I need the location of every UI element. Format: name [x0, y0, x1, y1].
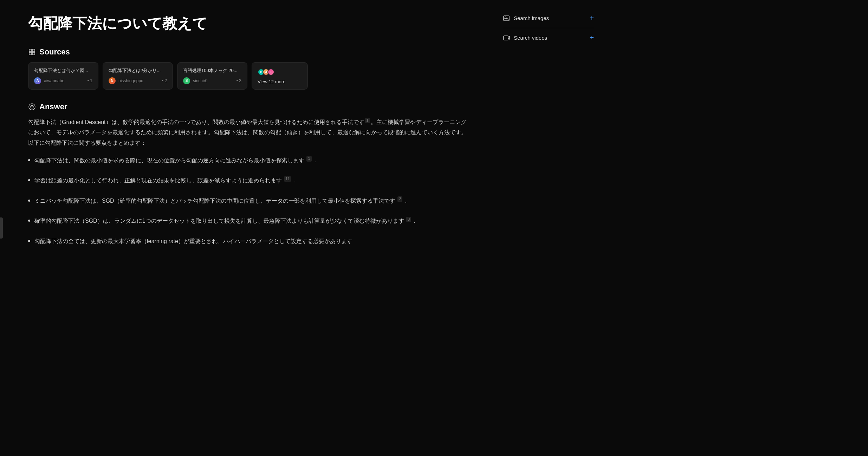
svg-rect-3 — [32, 52, 35, 55]
answer-icon — [28, 103, 36, 111]
bullet-dot-3 — [28, 200, 30, 202]
view-more-avatars: G J I — [258, 69, 302, 76]
source-card-1-meta: A aiwannabe • 1 — [34, 77, 92, 84]
bullet-text-1: 勾配降下法は、関数の最小値を求める際に、現在の位置から勾配の逆方向に進みながら最… — [34, 155, 318, 166]
answer-title: Answer — [39, 102, 67, 111]
citation-b1: 1 — [306, 156, 311, 161]
search-videos-action[interactable]: Search videos + — [503, 34, 594, 42]
svg-point-6 — [32, 106, 33, 107]
bullet-item-5: 勾配降下法の全ては、更新の最大本学習率（learning rate）が重要とされ… — [28, 236, 471, 247]
sources-cards: 勾配降下法とは何か？図... A aiwannabe • 1 勾配降下法とは?分… — [28, 62, 471, 90]
svg-rect-7 — [504, 16, 509, 21]
source-card-1-avatar: A — [34, 77, 41, 84]
search-images-left: Search images — [503, 14, 549, 22]
answer-section: Answer 勾配降下法（Gradient Descent）は、数学的最適化の手… — [28, 102, 471, 247]
bullet-text-3: ミニバッチ勾配降下法は、SGD（確率的勾配降下法）とバッチ勾配降下法の中間に位置… — [34, 196, 409, 206]
source-card-2-author: nisshingeppo — [118, 78, 159, 83]
source-card-3-avatar: S — [183, 77, 190, 84]
bullet-text-2: 学習は誤差の最小化として行われ、正解と現在の結果を比較し、誤差を減らすように進め… — [34, 175, 298, 186]
search-images-label: Search images — [514, 15, 549, 21]
page-title: 勾配降下法について教えて — [28, 14, 471, 33]
bullet-dot-5 — [28, 240, 30, 242]
sources-icon — [28, 48, 36, 56]
svg-rect-9 — [504, 36, 508, 40]
search-images-plus: + — [590, 14, 594, 22]
source-card-3-title: 言語処理100本ノック 20... — [183, 67, 241, 74]
avatar-pink: I — [267, 69, 274, 76]
answer-intro: 勾配降下法（Gradient Descent）は、数学的最適化の手法の一つであり… — [28, 117, 471, 148]
search-videos-label: Search videos — [514, 35, 547, 41]
main-content: 勾配降下法について教えて Sources 勾配降下法とは何か？図... A ai… — [0, 0, 492, 456]
left-edge-tab[interactable] — [0, 217, 3, 239]
bullet-dot-4 — [28, 220, 30, 222]
bullet-dot-2 — [28, 179, 30, 181]
bullet-item-2: 学習は誤差の最小化として行われ、正解と現在の結果を比較し、誤差を減らすように進め… — [28, 175, 471, 186]
source-card-1-title: 勾配降下法とは何か？図... — [34, 67, 92, 74]
source-card-2-avatar: N — [109, 77, 116, 84]
view-more-label: View 12 more — [258, 79, 302, 84]
citation-1: 1 — [365, 118, 370, 123]
bullet-item-4: 確率的勾配降下法（SGD）は、ランダムに1つのデータセットを取り出して損失を計算… — [28, 216, 471, 226]
svg-rect-0 — [29, 49, 32, 52]
search-videos-left: Search videos — [503, 34, 547, 42]
source-card-3-count: • 3 — [237, 78, 241, 83]
citation-b3: 2 — [397, 196, 402, 202]
search-images-icon — [503, 14, 510, 22]
source-card-1-count: • 1 — [88, 78, 92, 83]
citation-b4: 8 — [406, 217, 411, 222]
sources-header: Sources — [28, 47, 471, 57]
answer-bullets: 勾配降下法は、関数の最小値を求める際に、現在の位置から勾配の逆方向に進みながら最… — [28, 155, 471, 247]
view-more-card[interactable]: G J I View 12 more — [252, 62, 308, 90]
source-card-1[interactable]: 勾配降下法とは何か？図... A aiwannabe • 1 — [28, 62, 98, 90]
bullet-item-1: 勾配降下法は、関数の最小値を求める際に、現在の位置から勾配の逆方向に進みながら最… — [28, 155, 471, 166]
sources-section: Sources 勾配降下法とは何か？図... A aiwannabe • 1 勾… — [28, 47, 471, 90]
sources-title: Sources — [39, 47, 70, 57]
bullet-text-5: 勾配降下法の全ては、更新の最大本学習率（learning rate）が重要とされ… — [34, 236, 352, 247]
citation-b2: 11 — [284, 176, 291, 182]
bullet-dot-1 — [28, 159, 30, 161]
source-card-2-title: 勾配降下法とは?分かり... — [109, 67, 167, 74]
bullet-text-4: 確率的勾配降下法（SGD）は、ランダムに1つのデータセットを取り出して損失を計算… — [34, 216, 417, 226]
bullet-item-3: ミニバッチ勾配降下法は、SGD（確率的勾配降下法）とバッチ勾配降下法の中間に位置… — [28, 196, 471, 206]
source-card-2[interactable]: 勾配降下法とは?分かり... N nisshingeppo • 2 — [103, 62, 173, 90]
search-images-action[interactable]: Search images + — [503, 14, 594, 22]
source-card-1-author: aiwannabe — [44, 78, 85, 83]
right-sidebar: Search images + Search videos + — [492, 0, 604, 456]
source-card-3[interactable]: 言語処理100本ノック 20... S sinchir0 • 3 — [177, 62, 247, 90]
sidebar-divider-1 — [503, 28, 594, 28]
svg-rect-2 — [29, 52, 32, 55]
search-videos-plus: + — [590, 34, 594, 42]
source-card-3-meta: S sinchir0 • 3 — [183, 77, 241, 84]
source-card-2-meta: N nisshingeppo • 2 — [109, 77, 167, 84]
svg-rect-1 — [32, 49, 35, 52]
source-card-3-author: sinchir0 — [193, 78, 234, 83]
answer-header: Answer — [28, 102, 471, 111]
source-card-2-count: • 2 — [162, 78, 167, 83]
search-videos-icon — [503, 34, 510, 42]
